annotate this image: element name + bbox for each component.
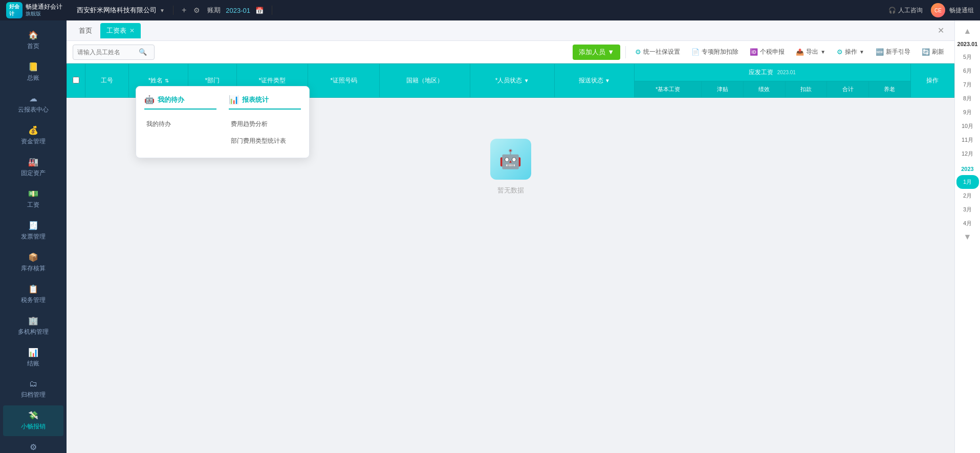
sidebar-item-multi-org[interactable]: 🏢 多机构管理 [3, 311, 63, 341]
export-icon: 📤 [796, 48, 804, 56]
app-subtitle: 旗舰版 [26, 10, 62, 17]
panel-nav-up[interactable]: ▲ [962, 25, 974, 38]
support-label: 人工咨询 [898, 6, 923, 15]
inventory-icon: 📦 [28, 252, 38, 262]
month-5[interactable]: 5月 [956, 50, 979, 64]
month-10[interactable]: 10月 [956, 119, 979, 133]
sidebar-item-basic[interactable]: ⚙ 基础设置 [3, 437, 63, 453]
sort-name-icon[interactable]: ⇅ [165, 78, 169, 83]
select-all-checkbox[interactable] [73, 77, 79, 83]
sidebar-item-archive[interactable]: 🗂 归档管理 [3, 374, 63, 404]
th-bonus: 绩效 [744, 81, 786, 98]
funds-icon: 💰 [28, 125, 38, 135]
sidebar-item-funds[interactable]: 💰 资金管理 [3, 120, 63, 151]
social-security-button[interactable]: ⚙ 统一社保设置 [631, 46, 684, 58]
th-pension: 养老 [868, 81, 910, 98]
tax-icon: 📋 [28, 284, 38, 294]
empty-icon: 🤖 [490, 139, 531, 180]
th-base-salary: *基本工资 [634, 81, 702, 98]
sidebar-label-inventory: 库存核算 [21, 264, 46, 273]
month-4[interactable]: 4月 [956, 217, 979, 230]
th-checkbox[interactable] [67, 64, 85, 98]
dropdown-dept-expense[interactable]: 部门费用类型统计表 [229, 133, 301, 149]
month-11[interactable]: 11月 [956, 133, 979, 147]
filter-status-icon[interactable]: ▼ [524, 78, 529, 83]
filter-report-icon[interactable]: ▼ [605, 78, 610, 83]
month-7[interactable]: 7月 [956, 78, 979, 92]
dropdown-col1-label: 我的待办 [158, 95, 184, 104]
new-guide-button[interactable]: 🆕 新手引导 [872, 46, 914, 58]
search-icon[interactable]: 🔍 [139, 48, 147, 56]
tab-home[interactable]: 首页 [73, 23, 98, 38]
assets-icon: 🏭 [28, 157, 38, 167]
special-deduct-button[interactable]: 📄 专项附加扣除 [687, 46, 743, 58]
export-button[interactable]: 📤 导出 ▼ [792, 46, 830, 58]
sidebar-label-funds: 资金管理 [21, 137, 46, 146]
period-value[interactable]: 2023-01 [226, 7, 250, 14]
search-input[interactable] [77, 49, 139, 56]
tab-salary[interactable]: 工资表 ✕ [100, 23, 141, 38]
month-6[interactable]: 6月 [956, 64, 979, 78]
right-panel: ▲ 2023.01 5月 6月 7月 8月 9月 10月 11月 12月 202… [954, 20, 980, 453]
sidebar-label-multi-org: 多机构管理 [18, 328, 49, 336]
add-period-icon[interactable]: + [182, 6, 186, 15]
dropdown-col1-title[interactable]: 🤖 我的待办 [144, 95, 216, 110]
calendar-icon[interactable]: 📅 [255, 7, 264, 14]
tab-close-all-icon[interactable]: ✕ [933, 26, 948, 35]
sidebar-item-cloud-report[interactable]: ☁ 云报表中心 [3, 89, 63, 119]
operations-button[interactable]: ⚙ 操作 ▼ [833, 46, 868, 58]
export-label: 导出 [806, 48, 818, 56]
add-person-button[interactable]: 添加人员 ▼ [573, 45, 620, 60]
tab-salary-close-icon[interactable]: ✕ [129, 27, 135, 34]
panel-nav-down[interactable]: ▼ [962, 230, 974, 244]
sidebar-item-tax[interactable]: 📋 税务管理 [3, 279, 63, 310]
sidebar-item-inventory[interactable]: 📦 库存核算 [3, 247, 63, 278]
sidebar-item-home[interactable]: 🏠 首页 [3, 25, 63, 56]
th-operation: 操作 [910, 64, 954, 98]
divider-1 [625, 46, 626, 58]
sidebar-item-assets[interactable]: 🏭 固定资产 [3, 152, 63, 183]
dropdown-my-todo[interactable]: 我的待办 [144, 116, 216, 133]
month-12[interactable]: 12月 [956, 147, 979, 161]
period-selector[interactable]: + ⚙ 账期 2023-01 📅 [173, 6, 272, 15]
company-selector[interactable]: 西安虾米网络科技有限公司 ▼ [73, 4, 169, 17]
dropdown-expense-trend[interactable]: 费用趋势分析 [229, 116, 301, 133]
refresh-button[interactable]: 🔄 刷新 [918, 46, 948, 58]
new-guide-icon: 🆕 [876, 48, 884, 56]
headset-icon: 🎧 [888, 7, 896, 14]
month-3[interactable]: 3月 [956, 203, 979, 217]
refresh-label: 刷新 [932, 48, 944, 56]
dropdown-col2-title[interactable]: 📊 报表统计 [229, 95, 301, 110]
refresh-icon: 🔄 [922, 48, 930, 56]
header-actions: 🎧 人工咨询 CE 畅捷通组 [888, 3, 974, 17]
dropdown-overlay: 🤖 我的待办 我的待办 📊 报表统计 费用趋势分析 [136, 86, 310, 158]
table-wrapper: 工号 *姓名 ⇅ *部门 *证件类型 *证照号码 国籍（地区） *人员状态 ▼ [67, 63, 954, 453]
sidebar-item-settlement[interactable]: 📊 结账 [3, 342, 63, 373]
tax-report-button[interactable]: 🆔 个税申报 [746, 46, 789, 58]
sidebar-item-salary[interactable]: 💵 工资 [3, 184, 63, 214]
th-report-status[interactable]: 报送状态 ▼ [554, 64, 634, 98]
month-9[interactable]: 9月 [956, 105, 979, 119]
main-layout: 🏠 首页 📒 总账 ☁ 云报表中心 💰 资金管理 🏭 固定资产 💵 工资 🧾 发… [0, 20, 980, 453]
content-area: 首页 工资表 ✕ ✕ 🔍 添加人员 ▼ ⚙ 统一社保设置 [67, 20, 954, 453]
user-area[interactable]: CE 畅捷通组 [931, 3, 974, 17]
sidebar-item-xiaochang[interactable]: 💸 小畅报销 [3, 405, 63, 436]
settings-icon[interactable]: ⚙ [193, 6, 200, 14]
month-8[interactable]: 8月 [956, 92, 979, 105]
search-box[interactable]: 🔍 [73, 45, 155, 60]
year-label-2024: 2023 [956, 163, 979, 175]
month-2[interactable]: 2月 [956, 189, 979, 203]
month-1[interactable]: 1月 [956, 175, 979, 189]
th-nationality: 国籍（地区） [380, 64, 470, 98]
logo-icon: 好会计 [6, 2, 23, 18]
new-guide-label: 新手引导 [886, 48, 910, 56]
support-button[interactable]: 🎧 人工咨询 [888, 6, 923, 15]
sidebar-item-ledger[interactable]: 📒 总账 [3, 57, 63, 88]
th-status[interactable]: *人员状态 ▼ [470, 64, 554, 98]
sidebar-item-invoice[interactable]: 🧾 发票管理 [3, 215, 63, 246]
th-emp-no: 工号 [85, 64, 129, 98]
th-salary-group: 应发工资 2023.01 [634, 64, 910, 81]
export-chevron-icon: ▼ [820, 49, 825, 55]
sidebar-label-invoice: 发票管理 [21, 232, 46, 241]
th-id-no: *证照号码 [308, 64, 380, 98]
